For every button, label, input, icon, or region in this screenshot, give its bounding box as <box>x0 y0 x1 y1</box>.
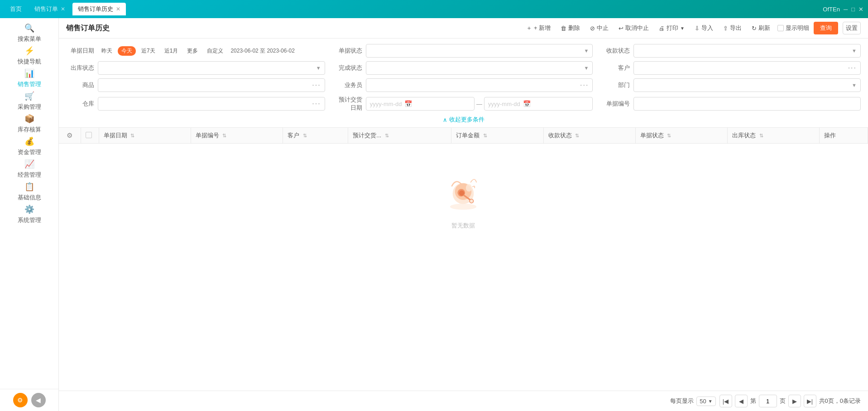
complete-status-control: ▼ <box>366 61 593 75</box>
bill-status-arrow-icon: ▼ <box>584 48 589 53</box>
department-select[interactable]: ▼ <box>633 78 861 92</box>
sidebar-item-search-menu[interactable]: 🔍 搜索菜单 <box>0 22 58 44</box>
svg-point-3 <box>466 184 472 192</box>
cancel-stop-button[interactable]: ↩ 取消中止 <box>616 22 652 34</box>
sidebar-item-basic-info-label: 基础信息 <box>18 193 41 202</box>
bill-date-sort-icon[interactable]: ⇅ <box>130 133 134 138</box>
out-status-select[interactable]: ▼ <box>98 61 325 75</box>
sidebar-item-system-mgmt-label: 系统管理 <box>18 216 41 224</box>
filter-payment-status-cell: 收款状态 ▼ <box>602 44 861 58</box>
tab-home[interactable]: 首页 <box>5 3 27 15</box>
sidebar-item-inventory[interactable]: 📦 库存核算 <box>0 112 58 135</box>
bill-no-control <box>633 97 861 111</box>
date-7days[interactable]: 近7天 <box>138 46 159 56</box>
salesman-input[interactable]: ··· <box>366 78 593 92</box>
delivery-date-start[interactable]: yyyy-mm-dd 📅 <box>366 97 475 111</box>
print-button[interactable]: 🖨 打印 ▼ <box>656 22 687 34</box>
out-status-arrow-icon: ▼ <box>316 65 321 71</box>
delivery-date-end[interactable]: yyyy-mm-dd 📅 <box>484 97 593 111</box>
stop-button[interactable]: ⊘ 中止 <box>587 22 611 34</box>
sidebar-settings-icon[interactable]: ⚙ <box>13 393 28 407</box>
customer-sort-icon[interactable]: ⇅ <box>303 133 307 138</box>
display-detail-checkbox[interactable] <box>777 25 784 31</box>
date-custom[interactable]: 自定义 <box>203 46 227 56</box>
date-more[interactable]: 更多 <box>183 46 201 56</box>
tab-sales-order-close[interactable]: ✕ <box>61 6 65 12</box>
sidebar-collapse-icon[interactable]: ◀ <box>31 393 46 407</box>
order-amount-sort-icon[interactable]: ⇅ <box>483 133 487 138</box>
search-button[interactable]: 查询 <box>814 22 838 34</box>
payment-status-column-header[interactable]: 收款状态 ⇅ <box>543 128 635 144</box>
import-label: 导入 <box>701 24 713 32</box>
payment-status-select[interactable]: ▼ <box>633 44 861 58</box>
next-page-button[interactable]: ▶ <box>788 395 801 407</box>
per-page-arrow-icon: ▼ <box>708 399 713 404</box>
display-detail-toggle[interactable]: 显示明细 <box>777 24 809 32</box>
customer-column-header[interactable]: 客户 ⇅ <box>283 128 348 144</box>
bill-no-column-header[interactable]: 单据编号 ⇅ <box>191 128 283 144</box>
inventory-icon: 📦 <box>24 114 34 124</box>
tab-sales-order-history-close[interactable]: ✕ <box>116 6 120 12</box>
delivery-date-column-header[interactable]: 预计交货... ⇅ <box>348 128 451 144</box>
import-button[interactable]: ⇩ 导入 <box>692 22 716 34</box>
settings-column-header[interactable]: ⚙ <box>59 128 81 144</box>
bill-status-sort-icon[interactable]: ⇅ <box>667 133 671 138</box>
sidebar-item-basic-info[interactable]: 📋 基础信息 <box>0 180 58 203</box>
bill-status-select[interactable]: ▼ <box>366 44 593 58</box>
delete-icon: 🗑 <box>561 25 566 32</box>
sidebar-item-system-mgmt[interactable]: ⚙️ 系统管理 <box>0 203 58 226</box>
date-separator: — <box>476 101 482 107</box>
delivery-date-sort-icon[interactable]: ⇅ <box>385 133 389 138</box>
prev-page-button[interactable]: ◀ <box>735 395 748 407</box>
new-button[interactable]: ＋ + 新增 <box>523 22 553 34</box>
order-amount-column-header[interactable]: 订单金额 ⇅ <box>451 128 543 144</box>
sidebar-item-capital[interactable]: 💰 资金管理 <box>0 135 58 158</box>
per-page-select[interactable]: 50 ▼ <box>696 396 715 406</box>
sidebar-item-purchase-mgmt[interactable]: 🛒 采购管理 <box>0 90 58 112</box>
tab-sales-order[interactable]: 销售订单 ✕ <box>29 3 71 15</box>
out-status-sort-icon[interactable]: ⇅ <box>759 133 763 138</box>
bill-no-input[interactable] <box>633 97 861 111</box>
delivery-date-header-label: 预计交货... <box>353 132 381 139</box>
export-button[interactable]: ⇧ 导出 <box>720 22 744 34</box>
bill-date-column-header[interactable]: 单据日期 ⇅ <box>99 128 191 144</box>
search-label: 查询 <box>820 24 832 32</box>
stop-icon: ⊘ <box>590 25 595 32</box>
complete-status-select[interactable]: ▼ <box>366 61 593 75</box>
refresh-label: 刷新 <box>758 24 770 32</box>
date-yesterday[interactable]: 昨天 <box>98 46 116 56</box>
goods-input[interactable]: ··· <box>98 78 325 92</box>
last-page-button[interactable]: ▶| <box>804 395 816 407</box>
tab-sales-order-history[interactable]: 销售订单历史 ✕ <box>72 3 126 15</box>
window-close-icon[interactable]: ✕ <box>858 6 863 13</box>
sidebar-item-quick-nav[interactable]: ⚡ 快捷导航 <box>0 44 58 67</box>
settings-button[interactable]: 设置 <box>843 22 861 34</box>
window-maximize-icon[interactable]: □ <box>851 6 855 13</box>
salesman-control: ··· <box>366 78 593 92</box>
select-all-checkbox[interactable] <box>86 132 92 138</box>
date-today[interactable]: 今天 <box>118 46 136 56</box>
bill-no-sort-icon[interactable]: ⇅ <box>222 133 226 138</box>
first-page-button[interactable]: |◀ <box>719 395 732 407</box>
warehouse-label: 仓库 <box>66 100 98 108</box>
tab-sales-order-history-label: 销售订单历史 <box>78 5 113 13</box>
sidebar-item-operation[interactable]: 📈 经营管理 <box>0 158 58 180</box>
out-status-column-header[interactable]: 出库状态 ⇅ <box>728 128 820 144</box>
payment-status-sort-icon[interactable]: ⇅ <box>575 133 579 138</box>
page-number-input[interactable] <box>759 395 777 407</box>
date-1month[interactable]: 近1月 <box>161 46 182 56</box>
delete-button[interactable]: 🗑 删除 <box>558 22 583 34</box>
warehouse-control: ··· <box>98 97 325 111</box>
checkbox-column-header[interactable] <box>81 128 99 144</box>
svg-point-7 <box>470 199 473 203</box>
customer-input[interactable]: ··· <box>633 61 861 75</box>
refresh-button[interactable]: ↻ 刷新 <box>749 22 773 34</box>
window-minimize-icon[interactable]: ─ <box>844 6 848 13</box>
warehouse-input[interactable]: ··· <box>98 97 325 111</box>
date-range-text: 2023-06-02 至 2023-06-02 <box>230 47 294 55</box>
bill-status-column-header[interactable]: 单据状态 ⇅ <box>635 128 727 144</box>
department-control: ▼ <box>633 78 861 92</box>
table-settings-icon[interactable]: ⚙ <box>67 131 72 139</box>
collapse-button[interactable]: ∧ 收起更多条件 <box>66 116 861 124</box>
sidebar-item-sales-mgmt[interactable]: 📊 销售管理 <box>0 67 58 90</box>
